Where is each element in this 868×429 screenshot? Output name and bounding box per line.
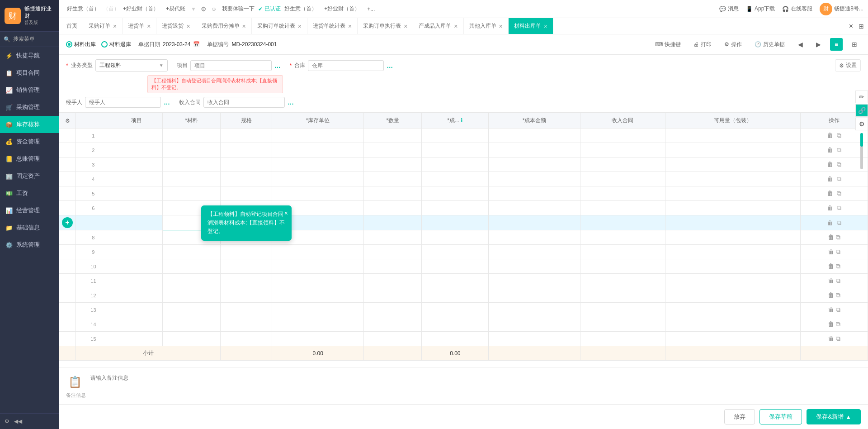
handler-input[interactable] — [85, 97, 161, 108]
tab-material-outbound[interactable]: 材料出库单 × — [509, 18, 553, 34]
row-2-qty[interactable] — [363, 143, 421, 157]
topbar-link-6[interactable]: +好业财（首） — [321, 5, 363, 13]
sidebar-item-ledger[interactable]: 📒 总账管理 — [0, 150, 59, 167]
row-6-cost[interactable] — [422, 201, 489, 215]
tab-purchase-order-close[interactable]: × — [113, 23, 117, 29]
row-1-qty[interactable] — [363, 129, 421, 143]
tab-home[interactable]: 首页 — [61, 18, 83, 34]
row-6-project[interactable] — [111, 201, 162, 215]
row-2-copy-button[interactable]: ⧉ — [836, 145, 842, 154]
quick-key-button[interactable]: ⌨ 快捷键 — [651, 39, 684, 50]
sidebar-item-sales[interactable]: 📈 销售管理 — [0, 81, 59, 99]
row-8-copy-button[interactable]: ⧉ — [835, 233, 841, 242]
row-3-spec[interactable] — [221, 157, 272, 172]
tab-inbound-return[interactable]: 进货退货 × — [156, 18, 196, 34]
column-settings-icon[interactable]: ⚙ — [65, 118, 70, 124]
calendar-icon[interactable]: 📅 — [193, 41, 200, 48]
right-icon-edit[interactable]: ✏ — [855, 91, 868, 103]
row-12-delete-button[interactable]: 🗑 — [827, 291, 835, 300]
row-7-cost-amount[interactable] — [489, 215, 580, 230]
topbar-app-download[interactable]: 📱 App下载 — [746, 5, 775, 13]
right-icon-settings[interactable]: ⚙ — [855, 118, 868, 130]
add-row-button[interactable]: + — [62, 217, 73, 228]
tab-purchase-expense[interactable]: 采购费用分摊单 × — [196, 18, 252, 34]
row-2-spec[interactable] — [221, 143, 272, 157]
row-2-available[interactable] — [665, 143, 800, 157]
tab-product-inbound[interactable]: 产成品入库单 × — [413, 18, 463, 34]
tab-other-inbound[interactable]: 其他入库单 × — [464, 18, 509, 34]
row-7-qty[interactable] — [363, 215, 421, 230]
row-7-income-contract[interactable] — [580, 215, 665, 230]
row-5-cost-amount[interactable] — [489, 186, 580, 201]
row-3-copy-button[interactable]: ⧉ — [836, 160, 842, 169]
topbar-online-service[interactable]: 🎧 在线客服 — [782, 5, 812, 13]
settings-gear-icon[interactable]: ⚙ — [201, 5, 207, 13]
sidebar-item-salary[interactable]: 💵 工资 — [0, 185, 59, 202]
date-value[interactable]: 2023-03-24 — [163, 41, 190, 48]
warehouse-ellipsis-button[interactable]: … — [387, 62, 393, 69]
tab-inbound-stat[interactable]: 进货单统计表 × — [307, 18, 358, 34]
row-4-cost-amount[interactable] — [489, 172, 580, 186]
row-3-qty[interactable] — [363, 157, 421, 172]
row-12-copy-button[interactable]: ⧉ — [835, 291, 841, 300]
row-4-unit[interactable] — [272, 172, 363, 186]
row-3-cost-amount[interactable] — [489, 157, 580, 172]
tab-purchase-expense-close[interactable]: × — [242, 23, 246, 29]
row-5-spec[interactable] — [221, 186, 272, 201]
row-1-copy-button[interactable]: ⧉ — [836, 131, 842, 140]
row-11-copy-button[interactable]: ⧉ — [835, 276, 841, 285]
row-10-copy-button[interactable]: ⧉ — [835, 262, 841, 271]
th-gear[interactable]: ⚙ — [59, 113, 76, 129]
topbar-link-5[interactable]: 好生意（首） — [281, 5, 321, 13]
row-4-delete-button[interactable]: 🗑 — [826, 174, 834, 183]
row-4-cost[interactable] — [422, 172, 489, 186]
row-7-copy-button[interactable]: ⧉ — [836, 218, 842, 227]
row-1-available[interactable] — [665, 129, 800, 143]
tab-inbound[interactable]: 进货单 × — [123, 18, 156, 34]
topbar-link-2[interactable]: +好业财（首） — [119, 5, 162, 13]
print-button[interactable]: 🖨 打印 — [690, 39, 715, 50]
row-4-qty[interactable] — [363, 172, 421, 186]
row-3-material[interactable] — [162, 157, 220, 172]
row-11-delete-button[interactable]: 🗑 — [827, 276, 835, 285]
topbar-link-1[interactable]: 好生意（首） — [63, 5, 103, 13]
save-new-button[interactable]: 保存&新增 ▲ — [807, 409, 861, 424]
row-2-project[interactable] — [111, 143, 162, 157]
row-6-cost-amount[interactable] — [489, 201, 580, 215]
row-1-project[interactable] — [111, 129, 162, 143]
cost-info-icon[interactable]: ℹ — [461, 117, 463, 124]
topbar-message[interactable]: 💬 消息 — [719, 5, 739, 13]
list-view-button[interactable]: ≡ — [830, 38, 843, 51]
tab-purchase-stat[interactable]: 采购订单统计表 × — [252, 18, 307, 34]
row-5-available[interactable] — [665, 186, 800, 201]
row-1-income-contract[interactable] — [580, 129, 665, 143]
income-contract-ellipsis-button[interactable]: … — [288, 99, 294, 106]
row-4-spec[interactable] — [221, 172, 272, 186]
card-view-button[interactable]: ⊞ — [848, 38, 861, 51]
settings-button[interactable]: ⚙ 设置 — [835, 59, 861, 72]
row-5-delete-button[interactable]: 🗑 — [826, 189, 834, 198]
warehouse-input[interactable] — [308, 60, 384, 71]
row-2-material[interactable] — [162, 143, 220, 157]
right-icon-link[interactable]: 🔗 — [855, 104, 868, 117]
project-input[interactable] — [190, 60, 272, 71]
row-9-copy-button[interactable]: ⧉ — [835, 247, 841, 256]
tab-inbound-stat-close[interactable]: × — [348, 23, 352, 29]
row-3-unit[interactable] — [272, 157, 363, 172]
sidebar-item-quick[interactable]: ⚡ 快捷导航 — [0, 47, 59, 64]
save-draft-button[interactable]: 保存草稿 — [760, 409, 802, 424]
sidebar-item-ops[interactable]: 📊 经营管理 — [0, 202, 59, 219]
tab-inbound-close[interactable]: × — [147, 23, 151, 29]
row-1-unit[interactable] — [272, 129, 363, 143]
tab-material-outbound-close[interactable]: × — [544, 23, 547, 29]
radio-material-return[interactable]: 材料退库 — [101, 41, 131, 48]
row-1-material[interactable] — [162, 129, 220, 143]
topbar-user[interactable]: 财 畅捷通8号... — [820, 3, 863, 15]
sidebar-item-system[interactable]: ⚙️ 系统管理 — [0, 236, 59, 253]
row-7-delete-button[interactable]: 🗑 — [826, 218, 834, 227]
row-6-delete-button[interactable]: 🗑 — [826, 203, 834, 212]
row-2-delete-button[interactable]: 🗑 — [826, 145, 834, 154]
tab-purchase-exec-close[interactable]: × — [404, 23, 407, 29]
topbar-link-3[interactable]: +易代账 — [162, 5, 189, 13]
row-4-material[interactable] — [162, 172, 220, 186]
